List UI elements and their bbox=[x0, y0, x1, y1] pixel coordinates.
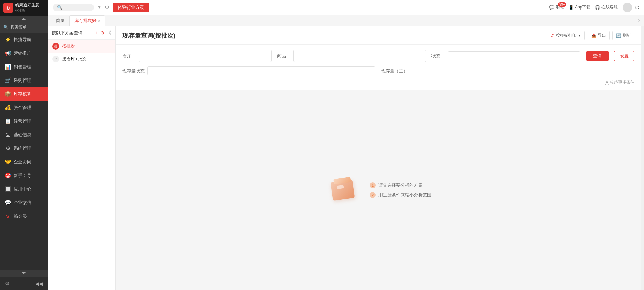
sidebar-item-wechat[interactable]: 💬 企业微信 bbox=[0, 196, 48, 210]
sidebar-item-label: 采购管理 bbox=[14, 77, 31, 84]
username: Rit bbox=[633, 5, 639, 10]
header-search-box[interactable]: 🔍 bbox=[53, 4, 94, 11]
app-title-block: 畅康通好生意 标准版 bbox=[15, 3, 39, 13]
user-profile[interactable]: Rit bbox=[623, 3, 639, 12]
plan-settings-icon[interactable]: ⊙ bbox=[100, 30, 104, 36]
inventory-icon: 📦 bbox=[5, 91, 11, 97]
sidebar-item-enterprise[interactable]: 🤝 企业协同 bbox=[0, 155, 48, 169]
sidebar-item-label: 销售管理 bbox=[14, 64, 31, 70]
sidebar-item-label: 经营管理 bbox=[14, 118, 31, 124]
purchase-icon: 🛒 bbox=[5, 77, 11, 84]
sidebar-item-app-center[interactable]: 🔲 应用中心 bbox=[0, 182, 48, 196]
sidebar-item-sales[interactable]: 📊 销售管理 bbox=[0, 60, 48, 74]
export-icon: 📤 bbox=[591, 33, 596, 38]
sidebar-item-beginner[interactable]: 🎯 新手引导 bbox=[0, 169, 48, 182]
sidebar-search[interactable]: 🔍 搜索菜单 bbox=[0, 22, 48, 33]
print-dropdown-icon[interactable]: ▼ bbox=[578, 34, 581, 37]
tip-number-2: 2 bbox=[370, 192, 376, 198]
sidebar-item-quick-nav[interactable]: ⚡ 快捷导航 bbox=[0, 33, 48, 47]
sales-icon: 📊 bbox=[5, 64, 11, 70]
scroll-up-arrow bbox=[22, 18, 26, 20]
tip-text-1: 请先选择要分析的方案 bbox=[378, 182, 423, 188]
tab-inventory-batch[interactable]: 库存批次账 × bbox=[69, 15, 105, 26]
tab-bar-close-btn[interactable]: × bbox=[638, 18, 641, 24]
sidebar-scroll-up[interactable] bbox=[0, 16, 48, 22]
page-content: 按以下方案查询 + ⊙ 《 批 按批次 ⊙ 按仓库+批次 现存量查询(按批次) bbox=[48, 26, 644, 290]
audio-icon[interactable]: ◀◀ bbox=[35, 281, 43, 286]
sidebar-item-label: 资金管理 bbox=[14, 105, 31, 111]
refresh-btn[interactable]: 🔄 刷新 bbox=[612, 31, 634, 40]
enterprise-icon: 🤝 bbox=[5, 159, 11, 165]
left-panel-actions: + ⊙ 《 bbox=[95, 30, 111, 36]
plan-item-by-batch[interactable]: 批 按批次 bbox=[48, 40, 115, 53]
sidebar-header: b 畅康通好生意 标准版 bbox=[0, 0, 48, 16]
tab-home[interactable]: 首页 bbox=[51, 16, 69, 26]
app-name: 畅康通好生意 bbox=[15, 3, 39, 8]
warehouse-filter-group: 仓库 ... bbox=[122, 50, 272, 62]
plan-warehouse-label: 按仓库+批次 bbox=[62, 56, 87, 62]
online-service-item[interactable]: 🎧 在线客服 bbox=[595, 4, 618, 10]
filter-area: 仓库 ... 商品 ... 状态 bbox=[116, 45, 641, 90]
sidebar-item-label: 库存核算 bbox=[14, 91, 31, 97]
operations-icon: 📋 bbox=[5, 118, 11, 124]
right-scrollbar[interactable] bbox=[641, 26, 644, 290]
stock-qty-dash: — bbox=[413, 68, 418, 73]
product-filter-group: 商品 ... bbox=[277, 50, 426, 62]
warehouse-more-btn[interactable]: ... bbox=[265, 54, 268, 58]
collapse-panel-icon[interactable]: 《 bbox=[106, 30, 111, 36]
app-center-icon: 🔲 bbox=[5, 186, 11, 192]
message-item[interactable]: 💬 消息 99+ bbox=[549, 4, 564, 10]
print-icon: 🖨 bbox=[550, 33, 555, 38]
sidebar-item-purchase[interactable]: 🛒 采购管理 bbox=[0, 74, 48, 87]
query-button[interactable]: 查询 bbox=[586, 51, 609, 61]
app-download-icon: 📱 bbox=[569, 5, 574, 10]
right-content: 现存量查询(按批次) 🖨 按模板打印 ▼ 📤 导出 🔄 刷新 bbox=[116, 26, 641, 290]
tip-text-2: 用过滤条件来缩小分析范围 bbox=[378, 192, 431, 198]
plan-warehouse-icon: ⊙ bbox=[52, 56, 59, 62]
tip-item-2: 2 用过滤条件来缩小分析范围 bbox=[370, 192, 431, 198]
sidebar-item-label: 畅会员 bbox=[14, 213, 27, 219]
trial-button[interactable]: 体验行业方案 bbox=[113, 3, 149, 12]
settings-button[interactable]: 设置 bbox=[614, 51, 634, 61]
sidebar-item-operations[interactable]: 📋 经营管理 bbox=[0, 114, 48, 128]
product-input[interactable] bbox=[297, 52, 419, 60]
product-input-container[interactable]: ... bbox=[293, 50, 426, 62]
sidebar-item-basic-info[interactable]: 🗂 基础信息 bbox=[0, 128, 48, 142]
tab-close-icon[interactable]: × bbox=[98, 19, 100, 23]
empty-tips: 1 请先选择要分析的方案 2 用过滤条件来缩小分析范围 bbox=[370, 182, 431, 198]
marketing-icon: 📢 bbox=[5, 50, 11, 56]
plan-item-warehouse-batch[interactable]: ⊙ 按仓库+批次 bbox=[48, 53, 115, 66]
sidebar-item-vip[interactable]: V 畅会员 bbox=[0, 210, 48, 223]
refresh-label: 刷新 bbox=[623, 33, 631, 38]
status-filter-group: 状态 全部 正常 停用 ▼ bbox=[431, 51, 581, 60]
app-logo: b bbox=[3, 3, 13, 13]
warehouse-input[interactable] bbox=[142, 52, 265, 60]
app-download-label: App下载 bbox=[575, 4, 590, 10]
add-plan-icon[interactable]: + bbox=[95, 30, 98, 36]
sidebar-item-system[interactable]: ⚙ 系统管理 bbox=[0, 142, 48, 155]
system-icon: ⚙ bbox=[5, 145, 11, 151]
export-btn[interactable]: 📤 导出 bbox=[588, 31, 610, 40]
sidebar-item-finance[interactable]: 💰 资金管理 bbox=[0, 101, 48, 114]
header-settings-icon[interactable]: ⚙ bbox=[105, 4, 109, 11]
export-label: 导出 bbox=[598, 33, 606, 38]
sidebar-item-inventory[interactable]: 📦 库存核算 bbox=[0, 87, 48, 101]
tabs-bar: 首页 库存批次账 × × bbox=[48, 15, 644, 26]
app-download-item[interactable]: 📱 App下载 bbox=[569, 4, 590, 10]
collapse-label: 收起更多条件 bbox=[610, 79, 634, 85]
sidebar-scroll-down[interactable] bbox=[0, 270, 48, 276]
print-btn[interactable]: 🖨 按模板打印 ▼ bbox=[547, 31, 585, 40]
warehouse-input-container[interactable]: ... bbox=[139, 50, 272, 62]
header-dropdown-icon[interactable]: ▼ bbox=[97, 5, 101, 10]
product-label: 商品 bbox=[277, 53, 291, 59]
tab-active-label: 库存批次账 bbox=[74, 18, 97, 24]
collapse-btn[interactable]: ⋀ 收起更多条件 bbox=[605, 79, 634, 85]
title-actions: 🖨 按模板打印 ▼ 📤 导出 🔄 刷新 bbox=[547, 31, 634, 40]
sidebar-item-label: 系统管理 bbox=[14, 145, 31, 151]
settings-icon[interactable]: ⚙ bbox=[5, 280, 10, 287]
filter-row-2: 现存量状态 ▼ 现存量（主） — bbox=[122, 66, 634, 75]
sidebar-item-marketing[interactable]: 📢 营销推广 bbox=[0, 47, 48, 60]
stock-status-select[interactable] bbox=[147, 66, 375, 75]
product-more-btn[interactable]: ... bbox=[419, 54, 422, 58]
status-select[interactable]: 全部 正常 停用 bbox=[448, 51, 580, 60]
